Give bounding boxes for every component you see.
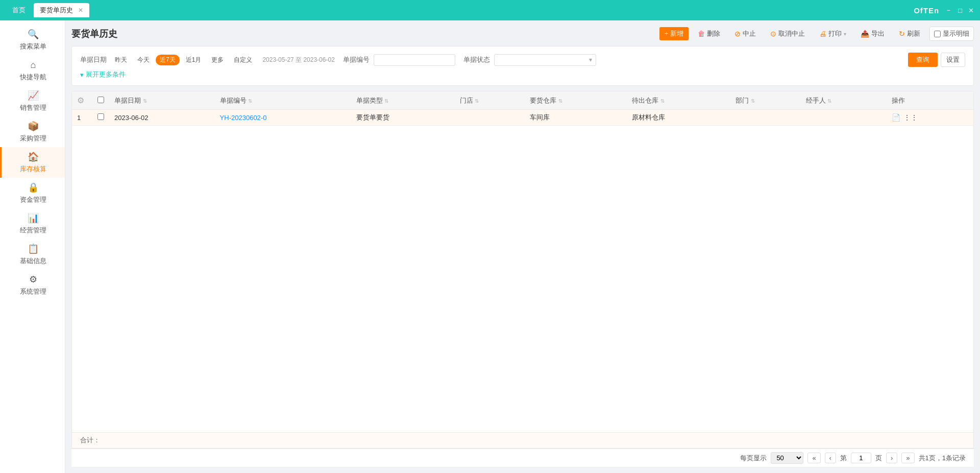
new-button[interactable]: + 新增 (659, 27, 689, 40)
row-checkbox[interactable] (97, 113, 104, 120)
sort-docno-icon: ⇅ (248, 98, 252, 104)
base-info-icon: 📋 (28, 243, 39, 254)
content-area: 要货单历史 + 新增 🗑 删除 ⊘ 中止 ⊙ 取消中止 🖨 (65, 20, 980, 473)
query-button[interactable]: 查询 (908, 53, 938, 67)
finance-icon: 🔒 (28, 182, 39, 193)
system-mgmt-icon: ⚙ (29, 274, 37, 285)
date-opt-custom[interactable]: 自定义 (230, 55, 256, 65)
sort-pending-warehouse-icon: ⇅ (660, 98, 665, 104)
toolbar: + 新增 🗑 删除 ⊘ 中止 ⊙ 取消中止 🖨 打印 ▾ (659, 27, 974, 41)
tab-home[interactable]: 首页 (6, 3, 32, 17)
th-store[interactable]: 门店 ⇅ (455, 91, 525, 110)
select-all-checkbox[interactable] (97, 97, 104, 103)
row-doctype: 要货单要货 (351, 110, 455, 126)
sidebar-item-system-mgmt[interactable]: ⚙ 系统管理 (0, 270, 65, 300)
print-button[interactable]: 🖨 打印 ▾ (814, 27, 851, 40)
refresh-button[interactable]: ↻ 刷新 (894, 27, 925, 40)
prev-page-btn[interactable]: ‹ (825, 453, 836, 463)
status-filter-select[interactable] (494, 54, 596, 66)
date-opt-today[interactable]: 今天 (133, 55, 154, 65)
date-opt-yesterday[interactable]: 昨天 (111, 55, 131, 65)
sidebar-item-inventory[interactable]: 🏠 库存核算 (0, 147, 65, 178)
per-page-label: 每页显示 (740, 454, 767, 463)
expand-more-button[interactable]: ▾ 展开更多条件 (80, 70, 965, 79)
status-filter-group: 单据状态 (463, 54, 596, 66)
refresh-icon: ↻ (899, 30, 905, 38)
th-req-warehouse[interactable]: 要货仓库 ⇅ (525, 91, 627, 110)
settings-button[interactable]: 设置 (941, 53, 965, 67)
stop-button[interactable]: ⊘ 中止 (729, 27, 761, 40)
sidebar-item-sales-mgmt[interactable]: 📈 销售管理 (0, 86, 65, 116)
sidebar-item-base-info[interactable]: 📋 基础信息 (0, 239, 65, 270)
date-filter-label: 单据日期 (80, 55, 107, 64)
th-docno[interactable]: 单据编号 ⇅ (215, 91, 351, 110)
date-filter-group: 单据日期 昨天 今天 近7天 近1月 更多 自定义 2023-05-27 至 2… (80, 55, 335, 65)
next-page-btn[interactable]: › (886, 453, 897, 463)
row-num: 1 (72, 110, 92, 126)
row-checkbox-cell (92, 110, 109, 126)
operations-icon: 📊 (28, 212, 39, 224)
sidebar-item-purchase-mgmt[interactable]: 📦 采购管理 (0, 116, 65, 147)
docno-filter-input[interactable] (374, 54, 455, 66)
delete-button[interactable]: 🗑 删除 (693, 27, 725, 40)
per-page-select[interactable]: 50 10 20 100 (771, 452, 803, 464)
export-button[interactable]: 📤 导出 (855, 27, 890, 40)
print-dropdown-icon: ▾ (844, 31, 846, 37)
status-filter-label: 单据状态 (463, 55, 490, 64)
brand-label: OfTEn (914, 6, 939, 15)
date-opt-more[interactable]: 更多 (207, 55, 228, 65)
row-handler (801, 110, 887, 126)
date-options: 昨天 今天 近7天 近1月 更多 自定义 (111, 55, 256, 65)
th-doctype[interactable]: 单据类型 ⇅ (351, 91, 455, 110)
th-handler[interactable]: 经手人 ⇅ (801, 91, 887, 110)
main-layout: 🔍 搜索菜单 ⌂ 快捷导航 📈 销售管理 📦 采购管理 🏠 库存核算 🔒 资金管… (0, 20, 980, 473)
filter-panel: 单据日期 昨天 今天 近7天 近1月 更多 自定义 2023-05-27 至 2… (71, 46, 974, 86)
tab-requisition-history[interactable]: 要货单历史 ✕ (34, 3, 89, 17)
date-opt-7days[interactable]: 近7天 (156, 55, 180, 65)
table-body: 1 2023-06-02 YH-20230602-0 要货单要货 车间库 原材料… (72, 110, 973, 126)
sidebar-item-label: 资金管理 (20, 195, 46, 204)
sidebar: 🔍 搜索菜单 ⌂ 快捷导航 📈 销售管理 📦 采购管理 🏠 库存核算 🔒 资金管… (0, 20, 65, 473)
minimize-btn[interactable]: － (945, 6, 952, 15)
sidebar-item-label: 采购管理 (20, 134, 46, 143)
expand-icon: ▾ (80, 71, 84, 79)
page-input[interactable] (851, 453, 871, 463)
sort-req-warehouse-icon: ⇅ (558, 98, 562, 104)
first-page-btn[interactable]: « (807, 453, 820, 463)
display-cell-button[interactable]: 显示明细 (929, 27, 974, 41)
sidebar-item-label: 基础信息 (20, 256, 46, 266)
sidebar-item-search-menu[interactable]: 🔍 搜索菜单 (0, 25, 65, 55)
display-cell-checkbox[interactable] (934, 31, 941, 37)
table-header: ⚙ 单据日期 ⇅ 单据编号 ⇅ (72, 91, 973, 110)
sidebar-item-operations[interactable]: 📊 经营管理 (0, 208, 65, 239)
th-date[interactable]: 单据日期 ⇅ (109, 91, 215, 110)
sort-date-icon: ⇅ (143, 98, 147, 104)
page-title: 要货单历史 (71, 28, 117, 40)
row-more-icon[interactable]: ⋮⋮ (903, 113, 918, 122)
th-settings[interactable]: ⚙ (72, 91, 92, 110)
row-pending-warehouse: 原材料仓库 (627, 110, 730, 126)
docno-filter-label: 单据编号 (343, 55, 370, 64)
table-settings-icon[interactable]: ⚙ (77, 96, 84, 105)
row-date: 2023-06-02 (109, 110, 215, 126)
row-docno-link[interactable]: YH-20230602-0 (220, 114, 267, 122)
th-pending-warehouse[interactable]: 待出仓库 ⇅ (627, 91, 730, 110)
window-close-btn[interactable]: ✕ (968, 7, 974, 14)
sort-handler-icon: ⇅ (827, 98, 831, 104)
sidebar-item-label: 库存核算 (20, 164, 46, 174)
total-info: 共1页，1条记录 (919, 454, 966, 463)
sidebar-item-quick-nav[interactable]: ⌂ 快捷导航 (0, 55, 65, 86)
last-page-btn[interactable]: » (901, 453, 914, 463)
sidebar-item-label: 经营管理 (20, 226, 46, 235)
th-actions: 操作 (887, 91, 973, 110)
sidebar-item-finance[interactable]: 🔒 资金管理 (0, 178, 65, 208)
maximize-btn[interactable]: □ (958, 7, 962, 14)
date-opt-1month[interactable]: 近1月 (182, 55, 206, 65)
status-select-wrap (494, 54, 596, 66)
tab-close-icon[interactable]: ✕ (78, 7, 83, 14)
table-container: ⚙ 单据日期 ⇅ 单据编号 ⇅ (71, 91, 974, 448)
row-edit-icon[interactable]: 📄 (892, 113, 900, 122)
cancel-stop-button[interactable]: ⊙ 取消中止 (765, 27, 810, 40)
th-dept[interactable]: 部门 ⇅ (730, 91, 801, 110)
print-icon: 🖨 (819, 30, 826, 38)
